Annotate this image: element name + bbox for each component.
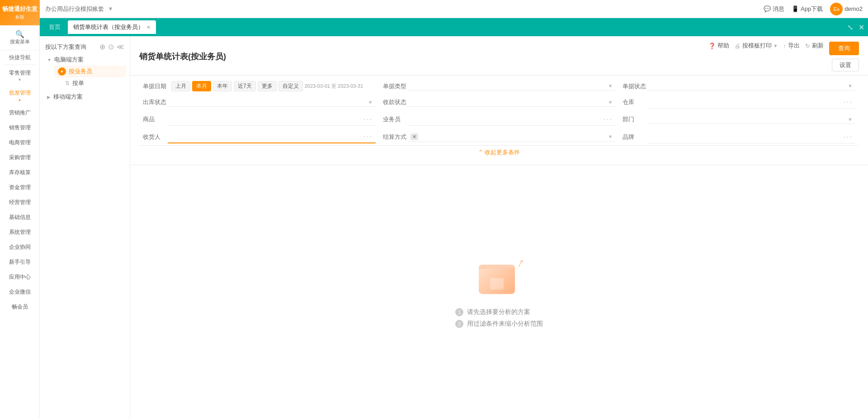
status-select[interactable]: ▼ xyxy=(647,82,855,90)
empty-text: 1 请先选择要分析的方案 2 用过滤条件来缩小分析范围 xyxy=(455,308,543,328)
dept-select[interactable]: ▼ xyxy=(647,115,855,124)
date-btn-custom[interactable]: 自定义 xyxy=(278,81,303,91)
query-button[interactable]: 查询 xyxy=(829,42,859,55)
help-icon: ❓ xyxy=(708,43,716,49)
sidebar-item-marketing[interactable]: 营销推广 xyxy=(0,105,39,120)
left-panel-icons: ⊕ ⊙ ≪ xyxy=(99,43,124,51)
sidebar-item-appstore[interactable]: 应用中心 xyxy=(0,270,39,285)
help-btn[interactable]: ❓ 帮助 xyxy=(708,42,729,50)
tree-collapse-icon: ▶ xyxy=(47,95,51,100)
tab-close-icon[interactable]: ✕ xyxy=(146,24,151,30)
warehouse-dots: ··· xyxy=(843,97,853,107)
sort-icon: ⇅ xyxy=(65,80,70,86)
collapse-icon: ⌃ xyxy=(478,149,483,156)
tab-expand-btn[interactable]: ⤡ xyxy=(847,23,853,32)
tree-node-pc-scheme[interactable]: ▼ 电脑端方案 xyxy=(43,54,126,66)
tree-grandchild: ⇅ 按单 xyxy=(54,77,126,89)
sidebar-item-basic[interactable]: 基础信息 xyxy=(0,210,39,225)
salesperson-dots: ··· xyxy=(603,114,613,124)
tree-node-mobile-scheme[interactable]: ▶ 移动端方案 xyxy=(43,91,126,103)
date-btn-7days[interactable]: 近7天 xyxy=(234,81,256,91)
receiver-input[interactable]: ··· xyxy=(168,130,376,143)
header-dropdown-icon[interactable]: ▼ xyxy=(108,5,113,12)
sidebar-item-retail[interactable]: 零售管理 ▼ xyxy=(0,66,39,86)
goods-label: 商品 xyxy=(143,115,168,124)
app-download-btn[interactable]: 📱 App下载 xyxy=(792,5,823,13)
out-status-field: 出库状态 ▼ xyxy=(139,96,379,109)
sidebar-item-wholesale[interactable]: 批发管理 ▲ xyxy=(0,86,39,105)
tab-sales-stat-label: 销货单统计表（按业务员） xyxy=(73,23,144,31)
sidebar-search[interactable]: 🔍 搜索菜单 xyxy=(0,25,39,50)
out-status-select[interactable]: ▼ xyxy=(168,98,376,107)
status-label: 单据状态 xyxy=(623,82,647,90)
message-btn[interactable]: 💬 消息 xyxy=(764,5,784,13)
sidebar-item-ecommerce[interactable]: 电商管理 xyxy=(0,135,39,150)
sidebar-item-enterprise[interactable]: 企业协同 xyxy=(0,240,39,255)
user-avatar-btn[interactable]: Ea demo2 xyxy=(830,3,863,15)
sidebar-item-newbie[interactable]: 新手引导 xyxy=(0,255,39,270)
add-scheme-icon[interactable]: ⊕ xyxy=(99,43,105,51)
collapse-panel-icon[interactable]: ≪ xyxy=(117,43,124,51)
brand-field: 品牌 ··· xyxy=(619,130,859,143)
tab-home[interactable]: 首页 xyxy=(43,20,66,34)
sidebar-item-member[interactable]: 畅会员 xyxy=(0,299,39,314)
collect-status-field: 收款状态 ▼ xyxy=(379,96,619,109)
date-buttons: 上月 本月 本年 近7天 更多 自定义 2023-03-01 至 2023-03… xyxy=(171,81,376,91)
brand-input[interactable]: ··· xyxy=(647,131,855,143)
edit-scheme-icon[interactable]: ⊙ xyxy=(108,43,114,51)
page-header: 销货单统计表(按业务员) ❓ 帮助 🖨 按模板打印 ▼ ↑ xyxy=(130,36,868,76)
top-header: 办公用品行业模拟账套 ▼ 💬 消息 📱 App下载 Ea demo2 xyxy=(40,0,868,18)
sidebar-item-corp-wechat[interactable]: 企业微信 xyxy=(0,285,39,299)
dept-dropdown-icon: ▼ xyxy=(848,117,853,122)
payment-select[interactable]: ✕ ▼ xyxy=(408,132,616,142)
collect-status-select[interactable]: ▼ xyxy=(408,98,616,107)
sidebar-item-system[interactable]: 系统管理 xyxy=(0,225,39,240)
payment-label: 结算方式 xyxy=(383,133,408,141)
tree-item-by-order[interactable]: ⇅ 按单 xyxy=(61,77,126,89)
collect-status-dropdown-icon: ▼ xyxy=(608,100,613,105)
empty-icon: ↑ xyxy=(472,256,526,301)
print-btn[interactable]: 🖨 按模板打印 ▼ xyxy=(735,42,778,50)
type-select[interactable]: ▼ xyxy=(408,82,616,90)
empty-state: ↑ 1 请先选择要分析的方案 2 用过滤条件来缩小分析范围 xyxy=(455,256,543,328)
goods-dots: ··· xyxy=(363,114,373,124)
payment-tag-close[interactable]: ✕ xyxy=(410,133,418,140)
content-area: 按以下方案查询 ⊕ ⊙ ≪ ▼ 电脑端方案 ● 按业务员 xyxy=(40,36,868,418)
message-icon: 💬 xyxy=(764,5,771,12)
date-btn-more[interactable]: 更多 xyxy=(258,81,277,91)
settings-button[interactable]: 设置 xyxy=(832,59,859,71)
sidebar-item-sales[interactable]: 销售管理 xyxy=(0,120,39,135)
refresh-btn[interactable]: ↻ 刷新 xyxy=(805,42,824,50)
payment-dropdown-icon: ▼ xyxy=(608,134,613,139)
salesperson-input[interactable]: ··· xyxy=(408,113,616,126)
sidebar-item-purchase[interactable]: 采购管理 xyxy=(0,150,39,165)
date-btn-last-month[interactable]: 上月 xyxy=(171,81,190,91)
warehouse-label: 仓库 xyxy=(623,98,647,106)
date-btn-this-year[interactable]: 本年 xyxy=(213,81,232,91)
receiver-field: 收货人 ··· xyxy=(139,130,379,143)
goods-input[interactable]: ··· xyxy=(168,113,376,126)
sidebar-item-inventory[interactable]: 库存核算 xyxy=(0,165,39,180)
tab-sales-stat[interactable]: 销货单统计表（按业务员） ✕ xyxy=(68,20,156,34)
header-actions: 💬 消息 📱 App下载 Ea demo2 xyxy=(764,3,863,15)
receiver-dots: ··· xyxy=(363,132,373,141)
date-field: 单据日期 上月 本月 本年 近7天 更多 自定义 2023-03-01 至 20… xyxy=(139,81,379,91)
expand-icon: ⤡ xyxy=(847,24,853,31)
tab-close-window[interactable]: ✕ xyxy=(859,23,864,32)
sidebar-item-finance[interactable]: 资金管理 xyxy=(0,180,39,195)
filter-area: 单据日期 上月 本月 本年 近7天 更多 自定义 2023-03-01 至 20… xyxy=(130,76,868,165)
collapse-btn[interactable]: ⌃ 收起更多条件 xyxy=(139,145,859,159)
tree-item-by-salesperson[interactable]: ● 按业务员 xyxy=(54,66,126,77)
export-btn[interactable]: ↑ 导出 xyxy=(783,42,800,50)
app-logo[interactable]: 畅捷通好生意 标版 xyxy=(0,0,40,25)
date-btn-this-month[interactable]: 本月 xyxy=(192,81,211,91)
quick-nav[interactable]: 快捷导航 xyxy=(0,50,39,63)
warehouse-input[interactable]: ··· xyxy=(647,96,855,109)
sidebar-item-operation[interactable]: 经营管理 xyxy=(0,195,39,210)
salesperson-label: 业务员 xyxy=(383,115,408,124)
page-title: 销货单统计表(按业务员) xyxy=(139,51,226,62)
header-title-area: 办公用品行业模拟账套 ▼ xyxy=(45,5,113,13)
hint-2: 2 用过滤条件来缩小分析范围 xyxy=(455,320,543,328)
export-icon: ↑ xyxy=(783,43,787,49)
chevron-down-icon: ▼ xyxy=(18,78,22,82)
